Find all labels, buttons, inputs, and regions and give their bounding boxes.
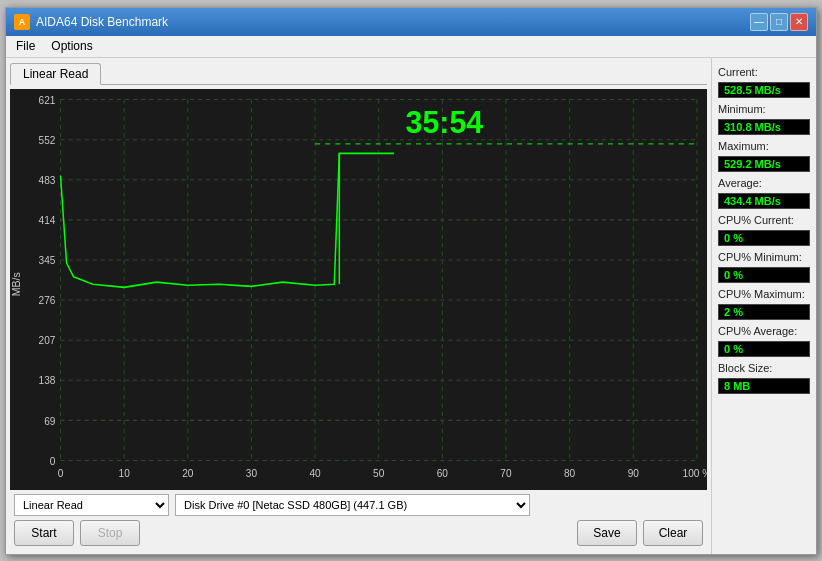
maximum-label: Maximum: — [718, 140, 810, 152]
right-panel: Current: 528.5 MB/s Minimum: 310.8 MB/s … — [711, 58, 816, 554]
content-area: Linear Read — [6, 58, 816, 554]
svg-text:276: 276 — [39, 295, 56, 306]
svg-text:30: 30 — [246, 468, 257, 479]
svg-text:70: 70 — [500, 468, 511, 479]
main-panel: Linear Read — [6, 58, 711, 554]
clear-button[interactable]: Clear — [643, 520, 703, 546]
svg-text:552: 552 — [39, 134, 56, 145]
control-row1: Linear Read Disk Drive #0 [Netac SSD 480… — [14, 494, 703, 516]
close-button[interactable]: ✕ — [790, 13, 808, 31]
svg-text:483: 483 — [39, 174, 56, 185]
svg-text:10: 10 — [119, 468, 130, 479]
cpu-current-value: 0 % — [718, 230, 810, 246]
svg-text:69: 69 — [44, 415, 55, 426]
title-bar-controls: — □ ✕ — [750, 13, 808, 31]
average-value: 434.4 MB/s — [718, 193, 810, 209]
minimize-button[interactable]: — — [750, 13, 768, 31]
current-label: Current: — [718, 66, 810, 78]
svg-text:414: 414 — [39, 214, 56, 225]
window-title: AIDA64 Disk Benchmark — [36, 15, 168, 29]
cpu-average-label: CPU% Average: — [718, 325, 810, 337]
svg-text:60: 60 — [437, 468, 448, 479]
svg-text:20: 20 — [182, 468, 193, 479]
save-button[interactable]: Save — [577, 520, 637, 546]
title-bar: A AIDA64 Disk Benchmark — □ ✕ — [6, 8, 816, 36]
svg-text:138: 138 — [39, 375, 56, 386]
svg-text:0: 0 — [58, 468, 64, 479]
svg-text:621: 621 — [39, 94, 56, 105]
svg-text:80: 80 — [564, 468, 575, 479]
title-bar-left: A AIDA64 Disk Benchmark — [14, 14, 168, 30]
maximize-button[interactable]: □ — [770, 13, 788, 31]
control-row2: Start Stop Save Clear — [14, 520, 703, 546]
start-button[interactable]: Start — [14, 520, 74, 546]
svg-text:MB/s: MB/s — [11, 272, 22, 296]
chart-container: 621 552 483 414 345 276 207 138 69 0 MB/… — [10, 89, 707, 490]
svg-text:35:54: 35:54 — [406, 104, 484, 140]
menu-options[interactable]: Options — [45, 38, 98, 54]
blocksize-value: 8 MB — [718, 378, 810, 394]
svg-text:90: 90 — [628, 468, 639, 479]
cpu-minimum-label: CPU% Minimum: — [718, 251, 810, 263]
minimum-label: Minimum: — [718, 103, 810, 115]
test-type-select[interactable]: Linear Read — [14, 494, 169, 516]
menu-file[interactable]: File — [10, 38, 41, 54]
svg-text:345: 345 — [39, 254, 56, 265]
minimum-value: 310.8 MB/s — [718, 119, 810, 135]
chart-svg: 621 552 483 414 345 276 207 138 69 0 MB/… — [10, 89, 707, 490]
cpu-maximum-label: CPU% Maximum: — [718, 288, 810, 300]
cpu-average-value: 0 % — [718, 341, 810, 357]
blocksize-label: Block Size: — [718, 362, 810, 374]
svg-rect-0 — [10, 89, 707, 490]
svg-text:207: 207 — [39, 335, 56, 346]
app-icon: A — [14, 14, 30, 30]
maximum-value: 529.2 MB/s — [718, 156, 810, 172]
svg-text:0: 0 — [50, 455, 56, 466]
cpu-current-label: CPU% Current: — [718, 214, 810, 226]
stop-button[interactable]: Stop — [80, 520, 140, 546]
average-label: Average: — [718, 177, 810, 189]
cpu-minimum-value: 0 % — [718, 267, 810, 283]
tab-bar: Linear Read — [10, 62, 707, 85]
cpu-maximum-value: 2 % — [718, 304, 810, 320]
current-value: 528.5 MB/s — [718, 82, 810, 98]
bottom-controls: Linear Read Disk Drive #0 [Netac SSD 480… — [10, 490, 707, 550]
tab-linear-read[interactable]: Linear Read — [10, 63, 101, 85]
menu-bar: File Options — [6, 36, 816, 58]
main-window: A AIDA64 Disk Benchmark — □ ✕ File Optio… — [5, 7, 817, 555]
svg-text:40: 40 — [309, 468, 320, 479]
svg-text:100 %: 100 % — [683, 468, 707, 479]
disk-select[interactable]: Disk Drive #0 [Netac SSD 480GB] (447.1 G… — [175, 494, 530, 516]
svg-text:50: 50 — [373, 468, 384, 479]
